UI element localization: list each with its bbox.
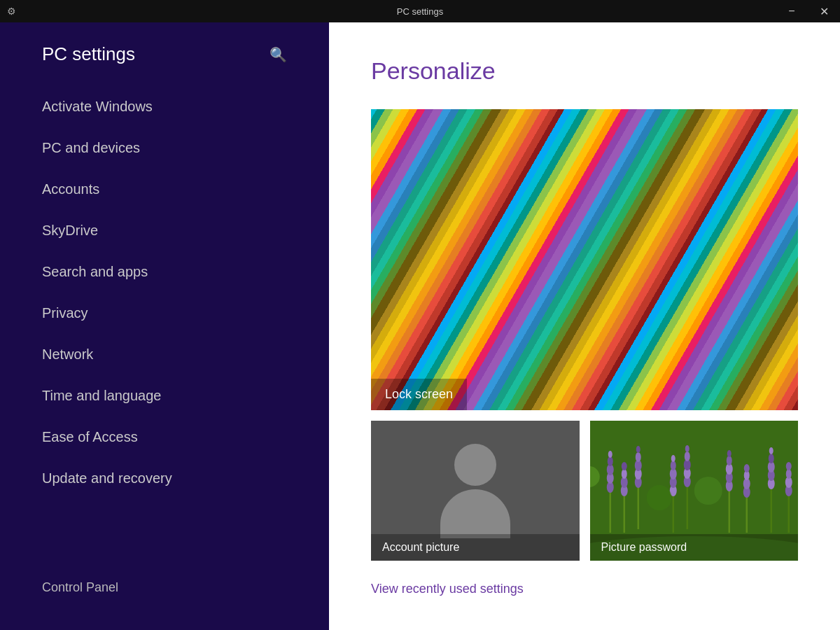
svg-point-56 xyxy=(646,485,671,510)
control-panel-link[interactable]: Control Panel xyxy=(42,580,118,594)
lock-screen-image: Lock screen xyxy=(371,109,798,410)
sidebar-item-search-and-apps[interactable]: Search and apps xyxy=(0,251,329,293)
svg-point-6 xyxy=(607,456,612,466)
svg-point-24 xyxy=(671,455,675,462)
titlebar: ⚙ PC settings − ✕ xyxy=(0,0,840,22)
svg-point-12 xyxy=(621,462,626,470)
main-content: Personalize Lock screen Account picture xyxy=(329,22,840,630)
sidebar-item-activate-windows[interactable]: Activate Windows xyxy=(0,86,329,127)
sidebar: PC settings 🔍 Activate Windows PC and de… xyxy=(0,22,329,630)
svg-point-30 xyxy=(685,445,689,452)
sidebar-title: PC settings xyxy=(42,43,135,65)
picture-password-container[interactable]: Picture password xyxy=(590,421,799,561)
app-icon: ⚙ xyxy=(7,6,16,17)
window-controls: − ✕ xyxy=(776,0,840,22)
sidebar-item-skydrive[interactable]: SkyDrive xyxy=(0,210,329,251)
sidebar-header: PC settings 🔍 xyxy=(0,43,329,86)
person-body xyxy=(440,489,510,538)
svg-point-23 xyxy=(670,461,676,470)
sidebar-item-update-and-recovery[interactable]: Update and recovery xyxy=(0,458,329,499)
person-head xyxy=(454,444,496,486)
sidebar-item-accounts[interactable]: Accounts xyxy=(0,169,329,210)
svg-point-7 xyxy=(608,451,612,458)
lock-screen-label: Lock screen xyxy=(371,379,467,410)
svg-point-36 xyxy=(727,450,731,457)
svg-point-35 xyxy=(726,456,732,465)
account-picture-container[interactable]: Account picture xyxy=(371,421,580,561)
search-icon[interactable]: 🔍 xyxy=(270,46,287,63)
close-button[interactable]: ✕ xyxy=(808,0,840,22)
minimize-button[interactable]: − xyxy=(776,0,808,22)
svg-point-51 xyxy=(785,469,791,479)
lock-screen-container[interactable]: Lock screen xyxy=(371,109,798,410)
sidebar-item-time-and-language[interactable]: Time and language xyxy=(0,375,329,416)
bottom-images: Account picture xyxy=(371,421,798,561)
svg-point-17 xyxy=(635,452,640,462)
svg-point-54 xyxy=(694,477,722,505)
page-title: Personalize xyxy=(371,57,798,85)
svg-point-52 xyxy=(785,462,791,470)
account-picture-label: Account picture xyxy=(371,534,580,561)
sidebar-bottom: Control Panel xyxy=(0,566,329,609)
nav-menu: Activate Windows PC and devices Accounts… xyxy=(0,86,329,566)
picture-password-label: Picture password xyxy=(590,534,799,561)
titlebar-title: PC settings xyxy=(397,6,443,17)
svg-point-41 xyxy=(743,464,749,472)
svg-point-47 xyxy=(769,447,773,454)
recently-used-link[interactable]: View recently used settings xyxy=(371,582,524,596)
app-container: PC settings 🔍 Activate Windows PC and de… xyxy=(0,22,840,630)
sidebar-item-ease-of-access[interactable]: Ease of Access xyxy=(0,416,329,458)
lock-screen-canvas xyxy=(371,109,798,410)
svg-point-46 xyxy=(768,454,774,463)
svg-point-18 xyxy=(636,446,640,453)
svg-point-11 xyxy=(621,469,626,479)
sidebar-item-network[interactable]: Network xyxy=(0,334,329,375)
sidebar-item-privacy[interactable]: Privacy xyxy=(0,293,329,334)
svg-point-29 xyxy=(684,451,690,461)
person-silhouette xyxy=(440,444,510,538)
sidebar-item-pc-and-devices[interactable]: PC and devices xyxy=(0,127,329,169)
